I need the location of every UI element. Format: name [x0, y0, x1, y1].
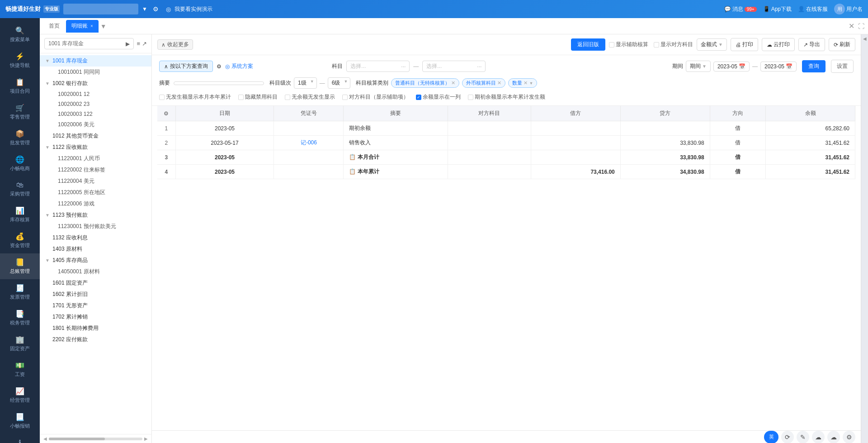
tree-node-11230001[interactable]: 11230001 预付账款美元 — [40, 221, 151, 232]
tree-list-icon[interactable]: ≡ — [137, 40, 140, 47]
tree-node-1012[interactable]: 1012 其他货币资金 — [40, 130, 151, 142]
right-side-panel[interactable]: ◀ — [861, 34, 868, 443]
refresh-btn[interactable]: ⟳ 刷新 — [829, 38, 855, 51]
sidebar-item-purchase[interactable]: 🛍 采购管理 — [0, 176, 40, 202]
cell-voucher[interactable]: 记-006 — [274, 136, 344, 150]
cloud-print-btn[interactable]: ☁ 云打印 — [762, 38, 795, 51]
sidebar-item-wholesale[interactable]: 📦 批发管理 — [0, 125, 40, 151]
global-btn-refresh[interactable]: ⟳ — [781, 431, 794, 443]
tree-node-1002[interactable]: ▼ 1002 银行存款 — [40, 78, 151, 89]
period-from-input[interactable]: 2023-05 📅 — [713, 62, 750, 71]
tree-node-1701[interactable]: 1701 无形资产 — [40, 300, 151, 311]
cb-no-occurrence[interactable]: 无余额无发生显示 — [285, 93, 335, 101]
sidebar-item-retail[interactable]: 🛒 零售管理 — [0, 99, 40, 125]
tab-detail-ledger[interactable]: 明细账 × — [66, 20, 99, 33]
setting-btn[interactable]: 设置 — [831, 60, 854, 73]
sidebar-item-quick-nav[interactable]: ⚡ 快捷导航 — [0, 48, 40, 73]
sidebar-item-fixed-assets[interactable]: 🏢 固定资产 — [0, 331, 40, 357]
scroll-right-arrow[interactable]: ▶ — [144, 436, 148, 441]
tag-normal-close[interactable]: ✕ — [451, 80, 455, 86]
scheme-collapse-btn[interactable]: ◎ 系统方案 — [225, 62, 253, 70]
tag-foreign-close[interactable]: ✕ — [497, 80, 501, 86]
sidebar-item-inventory[interactable]: 📊 库存核算 — [0, 202, 40, 228]
tab-close-icon[interactable]: × — [90, 24, 93, 29]
cb-hide-disabled[interactable]: 隐藏禁用科目 — [238, 93, 278, 101]
print-btn[interactable]: 🖨 打印 — [731, 38, 758, 51]
tree-node-1602[interactable]: 1602 累计折旧 — [40, 289, 151, 300]
tag-quantity-close[interactable]: ✕ — [524, 80, 528, 86]
back-old-version-btn[interactable]: 返回旧版 — [571, 38, 605, 51]
tab-home[interactable]: 首页 — [43, 20, 65, 33]
filter-search-icon-btn[interactable]: ⚙ — [217, 63, 222, 70]
tab-close-all-icon[interactable]: ✕ — [849, 22, 854, 30]
tree-node-10020001[interactable]: 10020001 12 — [40, 89, 151, 99]
tree-node-1122[interactable]: ▼ 1122 应收账款 — [40, 142, 151, 153]
global-btn-text[interactable]: 英 — [764, 431, 778, 443]
subject-input2[interactable]: 选择... ··· — [422, 61, 486, 72]
sidebar-item-ledger[interactable]: 📒 总账管理 — [0, 253, 40, 279]
show-aux-checkbox[interactable]: 显示辅助核算 — [609, 41, 648, 48]
subject-input[interactable]: 选择... ··· — [346, 61, 410, 72]
cb-no-balance[interactable]: 无发生额显示本月本年累计 — [159, 93, 231, 101]
sidebar-item-project-contract[interactable]: 📋 项目合同 — [0, 73, 40, 99]
tree-node-10020002[interactable]: 10020002 23 — [40, 99, 151, 109]
sidebar-item-salary[interactable]: 💵 工资 — [0, 357, 40, 382]
global-btn-cloud2[interactable]: ☁ — [827, 431, 840, 443]
tree-node-1601[interactable]: 1601 固定资产 — [40, 277, 151, 289]
global-btn-settings[interactable]: ⚙ — [843, 431, 855, 443]
table-gear-icon[interactable]: ⚙ — [164, 110, 169, 117]
tree-node-11220006[interactable]: 11220006 游戏 — [40, 198, 151, 210]
tree-node-1801[interactable]: 1801 长期待摊费用 — [40, 323, 151, 334]
tree-node-10020003[interactable]: 10020003 122 — [40, 109, 151, 119]
app-download-btn[interactable]: 📱 App下载 — [763, 5, 792, 13]
tree-node-11220005[interactable]: 11220005 所在地区 — [40, 187, 151, 198]
show-opposite-checkbox[interactable]: 显示对方科目 — [654, 41, 693, 48]
tree-node-14050001[interactable]: 14050001 原材料 — [40, 266, 151, 277]
cb-balance-column[interactable]: ✓ 余额显示在一列 — [416, 93, 461, 101]
tag-quantity[interactable]: 数量 ✕ ▼ — [508, 78, 537, 88]
sidebar-item-invoice[interactable]: 🧾 发票管理 — [0, 279, 40, 305]
scroll-left-arrow[interactable]: ◀ — [43, 436, 47, 441]
tree-node-11220002[interactable]: 11220002 往来标签 — [40, 164, 151, 176]
export-btn[interactable]: ↗ 导出 — [798, 38, 825, 51]
scroll-track[interactable] — [49, 438, 142, 440]
level-from-select[interactable]: 1级 ▼ — [294, 77, 317, 89]
sidebar-item-business[interactable]: 📈 经营管理 — [0, 382, 40, 408]
tag-foreign[interactable]: 外币核算科目 ✕ — [462, 78, 505, 88]
tree-search-btn[interactable]: 1001 库存现金 ▶ — [44, 38, 134, 49]
period-type-select[interactable]: 期间 ▼ — [686, 61, 711, 72]
settings-gear-icon[interactable]: ⚙ — [153, 5, 159, 13]
tag-normal[interactable]: 普通科目（无特殊核算） ✕ — [391, 78, 459, 88]
tree-node-2202[interactable]: 2202 应付账款 — [40, 334, 151, 345]
tree-node-1702[interactable]: 1702 累计摊销 — [40, 311, 151, 323]
period-to-input[interactable]: 2023-05 📅 — [760, 62, 797, 71]
tree-node-10010001[interactable]: 10010001 同同同 — [40, 67, 151, 78]
level-to-select[interactable]: 6级 ▼ — [328, 77, 351, 89]
sidebar-item-tax[interactable]: 📑 税务管理 — [0, 305, 40, 331]
tab-expand-icon[interactable]: ▼ — [100, 23, 107, 30]
tree-node-1001[interactable]: ▼ 1001 库存现金 — [40, 55, 151, 67]
tree-node-11220001[interactable]: 11220001 人民币 — [40, 153, 151, 164]
format-select-btn[interactable]: 金额式 ▼ — [697, 38, 727, 51]
query-btn[interactable]: 查询 — [802, 60, 826, 72]
sidebar-item-ecommerce[interactable]: 🌐 小畅电商 — [0, 151, 40, 176]
search-dropdown-icon[interactable]: ▼ — [142, 6, 147, 12]
top-search-input[interactable] — [63, 4, 138, 14]
sidebar-item-report[interactable]: 📃 小畅报销 — [0, 408, 40, 434]
online-service-btn[interactable]: 👤 在线客服 — [798, 5, 828, 13]
global-btn-cloud1[interactable]: ☁ — [812, 431, 825, 443]
tab-maximize-icon[interactable]: ⛶ — [858, 23, 864, 30]
sidebar-item-base-info[interactable]: ℹ 基础信息 — [0, 434, 40, 443]
message-btn[interactable]: 💬 消息 99+ — [724, 5, 757, 13]
cb-opening-balance[interactable]: 期初余额显示本年累计发生额 — [468, 93, 545, 101]
tree-node-11220004[interactable]: 11220004 美元 — [40, 176, 151, 187]
global-btn-edit[interactable]: ✎ — [797, 431, 809, 443]
sidebar-item-fund[interactable]: 💰 资金管理 — [0, 228, 40, 253]
tree-node-1405[interactable]: ▼ 1405 库存商品 — [40, 255, 151, 266]
tree-nav-arrow[interactable]: ▶ — [126, 41, 130, 47]
demo-link[interactable]: 我要看实例演示 — [175, 5, 212, 13]
scheme-label-btn[interactable]: ∧ 按以下方案查询 — [159, 61, 213, 72]
tree-node-10020006[interactable]: 10020006 美元 — [40, 119, 151, 130]
summary-input[interactable] — [174, 81, 264, 85]
filter-collapse-btn[interactable]: ∧ 收起更多 — [157, 39, 193, 50]
